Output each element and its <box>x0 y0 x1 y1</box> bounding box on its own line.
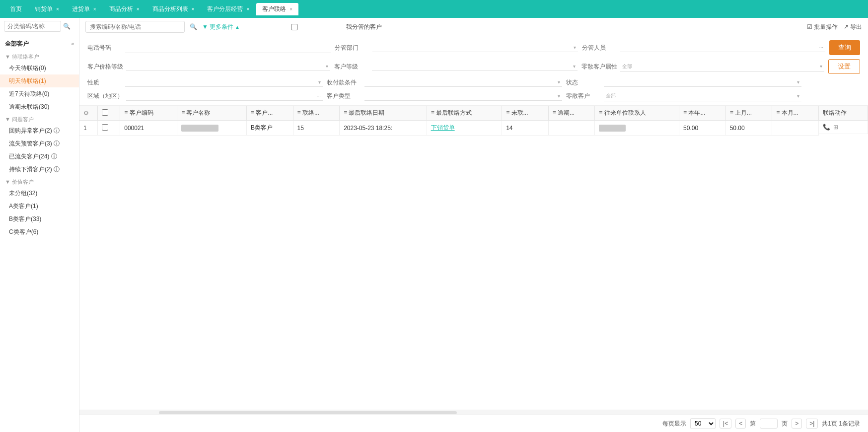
search-input[interactable] <box>85 21 185 33</box>
sidebar-item-tomorrow-contact[interactable]: 明天待联络(1) <box>0 74 79 87</box>
sidebar-item-class-a[interactable]: A类客户(1) <box>0 200 79 213</box>
col-type-header[interactable]: ≡ 客户... <box>247 106 293 121</box>
col-last-contact-method-header[interactable]: ≡ 最后联络方式 <box>427 106 502 121</box>
filter-phone-input[interactable] <box>125 43 331 53</box>
filter-retail-customer-select[interactable]: 全部▾ <box>604 91 801 101</box>
filter-status-select[interactable]: ▾ <box>604 78 801 87</box>
per-page-label: 每页显示 <box>662 420 686 428</box>
col-action-header[interactable]: 联络动作 <box>818 106 868 121</box>
nav-customer-segment[interactable]: 客户分层经营 × <box>201 3 255 15</box>
close-sales-order[interactable]: × <box>56 6 59 12</box>
action-more-icon[interactable]: ⊞ <box>833 124 838 131</box>
filter-customer-type-field: 客户类型 ▾ <box>327 92 562 101</box>
filter-retail-attr-select[interactable]: 全部▾ <box>620 62 824 72</box>
filter-customer-level-select[interactable]: ▾ <box>372 62 577 71</box>
filter-customer-level-label: 客户等级 <box>334 63 369 71</box>
next-page-btn[interactable]: > <box>792 419 802 429</box>
last-page-btn[interactable]: >| <box>806 419 818 429</box>
filter-region-label: 区域（地区） <box>87 92 123 100</box>
row-checkbox[interactable] <box>97 121 120 136</box>
filter-customer-type-label: 客户类型 <box>327 92 362 100</box>
sidebar-item-class-c[interactable]: C类客户(6) <box>0 225 79 238</box>
export-btn[interactable]: ↗ 导出 <box>844 23 862 31</box>
filter-region-field: 区域（地区） ··· <box>87 92 323 101</box>
sidebar-item-churned[interactable]: 已流失客户(24) ⓘ <box>0 150 79 163</box>
sidebar-item-today-contact[interactable]: 今天待联络(0) <box>0 62 79 74</box>
col-this-year-header[interactable]: ≡ 本年... <box>679 106 726 121</box>
col-last-contact-date-header[interactable]: ≡ 最后联络日期 <box>340 106 427 121</box>
col-checkbox-header[interactable] <box>97 106 120 121</box>
search-icon[interactable]: 🔍 <box>190 23 197 30</box>
page-number-input[interactable]: 1 <box>760 419 778 429</box>
filter-region-select[interactable]: ··· <box>126 92 323 101</box>
filter-nature-select[interactable]: ▾ <box>125 78 323 87</box>
sidebar-all-customers[interactable]: 全部客户 « <box>0 37 79 51</box>
my-customers-check[interactable] <box>245 24 344 30</box>
first-page-btn[interactable]: |< <box>720 419 731 429</box>
col-overdue-header[interactable]: ≡ 逾期... <box>548 106 595 121</box>
filter-payment-label: 收付款条件 <box>327 78 362 87</box>
select-all-checkbox[interactable] <box>102 109 108 116</box>
filter-nature-label: 性质 <box>87 78 122 87</box>
prev-page-btn[interactable]: < <box>735 419 746 429</box>
filter-customer-level-field: 客户等级 ▾ <box>334 62 577 71</box>
reset-button[interactable]: 设置 <box>828 59 860 74</box>
top-navigation: 首页 销货单 × 进货单 × 商品分析 × 商品分析列表 × 客户分层经营 × … <box>0 0 868 18</box>
filter-payment-select[interactable]: ▾ <box>364 78 562 87</box>
close-customer-segment[interactable]: × <box>246 6 249 12</box>
col-name-header[interactable]: ≡ 客户名称 <box>177 106 247 121</box>
pagination-bar: 每页显示 50 20 100 |< < 第 1 页 > >| 共1页 1条记录 <box>79 415 868 432</box>
filter-customer-type-select[interactable]: ▾ <box>364 92 562 101</box>
filter-row-3: 性质 ▾ 收付款条件 ▾ 状态 ▾ <box>87 78 860 87</box>
filter-manager-select[interactable]: ··· <box>620 43 825 52</box>
nav-product-analysis-list[interactable]: 商品分析列表 × <box>146 3 201 15</box>
sidebar-search-input[interactable] <box>4 21 61 32</box>
nav-product-analysis[interactable]: 商品分析 × <box>103 3 145 15</box>
my-customers-checkbox[interactable]: 我分管的客户 <box>245 23 382 31</box>
filter-value-level-select[interactable]: ▾ <box>126 62 330 71</box>
sidebar-item-ungrouped[interactable]: 未分组(32) <box>0 187 79 200</box>
page-prefix-label: 第 <box>750 420 756 428</box>
more-conditions-btn[interactable]: ▼ 更多条件 ▲ <box>202 23 240 31</box>
filter-bar: 🔍 ▼ 更多条件 ▲ 我分管的客户 ☑ 批量操作 ↗ 导出 <box>79 18 868 36</box>
nav-purchase-order[interactable]: 进货单 × <box>66 3 102 15</box>
sidebar-item-abnormal-repurchase[interactable]: 回购异常客户(2) ⓘ <box>0 124 79 137</box>
row-select-checkbox[interactable] <box>102 124 108 131</box>
query-button[interactable]: 查询 <box>829 40 860 55</box>
close-product-analysis-list[interactable]: × <box>192 6 195 12</box>
close-product-analysis[interactable]: × <box>137 6 140 12</box>
filter-dept-select[interactable]: ▾ <box>372 43 578 52</box>
batch-op-btn[interactable]: ☑ 批量操作 <box>807 23 838 31</box>
close-customer-contact[interactable]: × <box>289 6 292 12</box>
row-action[interactable]: 📞 ⊞ <box>819 121 868 134</box>
col-contact-count-header[interactable]: ≡ 联络... <box>293 106 340 121</box>
per-page-select[interactable]: 50 20 100 <box>690 418 716 429</box>
col-last-month-header[interactable]: ≡ 上月... <box>725 106 772 121</box>
sidebar-search-icon[interactable]: 🔍 <box>63 23 71 30</box>
filter-manager-field: 分管人员 ··· <box>582 43 825 52</box>
sidebar-item-churn-warning[interactable]: 流失预警客户(3) ⓘ <box>0 137 79 150</box>
row-last-contact-method[interactable]: 下销货单 <box>427 121 502 136</box>
sidebar-item-declining[interactable]: 持续下滑客户(2) ⓘ <box>0 163 79 176</box>
row-no: 1 <box>79 121 97 136</box>
row-this-month <box>772 121 819 136</box>
col-code-header[interactable]: ≡ 客户编码 <box>120 106 177 121</box>
close-purchase-order[interactable]: × <box>93 6 96 12</box>
action-phone-icon[interactable]: 📞 <box>823 124 830 131</box>
row-contact-count: 15 <box>293 121 340 136</box>
page-suffix-label: 页 <box>782 420 788 428</box>
sidebar: 🔍 全部客户 « ▼ 待联络客户 今天待联络(0) 明天待联络(1) 近7天待联… <box>0 18 79 432</box>
nav-home[interactable]: 首页 <box>4 3 28 15</box>
h-scrollbar-thumb[interactable] <box>159 411 457 414</box>
col-this-month-header[interactable]: ≡ 本月... <box>772 106 819 121</box>
sidebar-item-class-b[interactable]: B类客户(33) <box>0 213 79 225</box>
nav-sales-order[interactable]: 销货单 × <box>29 3 65 15</box>
col-settings-header[interactable]: ⚙ <box>79 106 97 121</box>
sidebar-item-overdue-contact[interactable]: 逾期未联络(30) <box>0 100 79 113</box>
nav-customer-contact[interactable]: 客户联络 × <box>256 3 298 15</box>
col-unlisted-header[interactable]: ≡ 未联... <box>502 106 549 121</box>
sidebar-item-7day-contact[interactable]: 近7天待联络(0) <box>0 87 79 100</box>
filter-manager-label: 分管人员 <box>582 44 617 52</box>
col-contact-person-header[interactable]: ≡ 往来单位联系人 <box>595 106 679 121</box>
filter-retail-attr-label: 零散客户属性 <box>581 63 617 71</box>
